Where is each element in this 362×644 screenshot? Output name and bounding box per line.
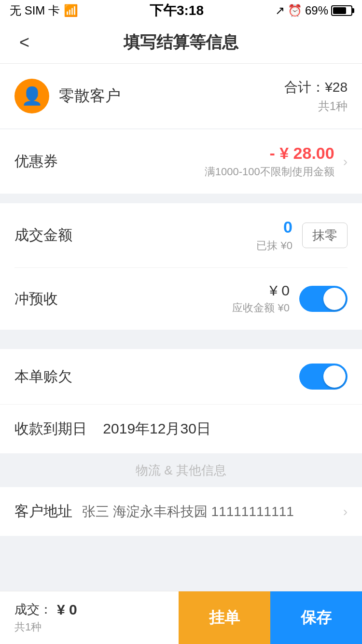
divider-2 [0,330,362,339]
wifi-icon: 📶 [64,4,78,17]
customer-section: 👤 零散客户 合计：¥28 共1种 [0,64,362,128]
coupon-info: - ¥ 28.00 满1000-100不限制使用金额 [205,144,334,179]
prepay-row: 冲预收 ¥ 0 应收金额 ¥0 [14,268,348,330]
bottom-info: 成交： ¥ 0 共1种 [0,591,179,644]
prepay-amount: ¥ 0 [232,282,290,299]
customer-count: 共1种 [284,98,348,114]
transaction-values: 0 已抹 ¥0 [256,218,292,253]
coupon-label: 优惠券 [14,152,58,171]
battery-icon [331,5,352,16]
customer-name: 零散客户 [59,85,121,107]
due-date-text: 收款到期日 2019年12月30日 [14,420,211,436]
content-area: 👤 零散客户 合计：¥28 共1种 优惠券 - ¥ 28.00 满1000-10… [0,64,362,603]
receivable-label: 应收金额 ¥0 [232,301,290,315]
bottom-transaction-label: 成交： [14,601,52,618]
bottom-transaction-amount: ¥ 0 [57,602,77,618]
bottom-amount-row: 成交： ¥ 0 [14,601,164,618]
coupon-amount: - ¥ 28.00 [205,144,334,163]
avatar-icon: 👤 [21,86,43,106]
coupon-chevron-icon: › [343,154,348,169]
transaction-amount-value: 0 [283,218,292,236]
address-section[interactable]: 客户地址 张三 海淀永丰科技园 11111111111 › [0,487,362,536]
debt-toggle[interactable] [299,364,348,390]
alarm-icon: ⏰ [288,4,302,17]
logistics-divider: 物流 & 其他信息 [0,453,362,487]
due-date-section[interactable]: 收款到期日 2019年12月30日 [0,404,362,453]
address-chevron-icon: › [343,504,348,519]
debt-label: 本单赊欠 [14,367,72,387]
prepay-label: 冲预收 [14,289,58,309]
coupon-desc: 满1000-100不限制使用金额 [205,165,334,179]
debt-section: 本单赊欠 [0,349,362,404]
nav-bar: < 填写结算等信息 [0,21,362,64]
coupon-right: - ¥ 28.00 满1000-100不限制使用金额 › [205,144,348,179]
customer-left: 👤 零散客户 [14,79,121,113]
divider-1 [0,194,362,203]
transaction-section: 成交金额 0 已抹 ¥0 抹零 冲预收 ¥ 0 应收金额 ¥0 [0,203,362,330]
back-button[interactable]: < [14,28,34,57]
status-left: 无 SIM 卡 📶 [10,3,78,18]
status-right: ↗ ⏰ 69% [275,4,352,17]
transaction-label: 成交金额 [14,225,72,245]
customer-total: 合计：¥28 [284,78,348,97]
debt-toggle-knob [323,365,346,388]
due-date-label: 收款到期日 [14,420,87,436]
customer-avatar: 👤 [14,79,49,113]
prepay-toggle[interactable] [299,286,348,312]
bottom-bar: 成交： ¥ 0 共1种 挂单 保存 [0,591,362,644]
already-rounded-text: 已抹 ¥0 [256,238,292,253]
prepay-amount-block: ¥ 0 应收金额 ¥0 [232,282,290,315]
status-time: 下午3:18 [150,1,204,20]
battery-percent: 69% [305,4,328,17]
location-icon: ↗ [275,4,285,17]
nav-title: 填写结算等信息 [124,31,238,54]
toggle-knob [323,288,346,310]
hold-button[interactable]: 挂单 [179,591,270,644]
address-value: 张三 海淀永丰科技园 11111111111 [82,503,343,521]
due-date-value: 2019年12月30日 [103,420,210,436]
status-bar: 无 SIM 卡 📶 下午3:18 ↗ ⏰ 69% [0,0,362,21]
carrier-text: 无 SIM 卡 [10,3,60,18]
prepay-right: ¥ 0 应收金额 ¥0 [232,282,348,315]
transaction-right: 0 已抹 ¥0 抹零 [256,218,348,253]
save-button[interactable]: 保存 [270,591,362,644]
round-zero-button[interactable]: 抹零 [302,223,348,248]
transaction-amount-row: 成交金额 0 已抹 ¥0 抹零 [14,203,348,268]
logistics-label: 物流 & 其他信息 [136,462,226,479]
customer-right: 合计：¥28 共1种 [284,78,348,114]
bottom-count: 共1种 [14,620,164,634]
address-label: 客户地址 [14,502,72,521]
coupon-section[interactable]: 优惠券 - ¥ 28.00 满1000-100不限制使用金额 › [0,129,362,194]
